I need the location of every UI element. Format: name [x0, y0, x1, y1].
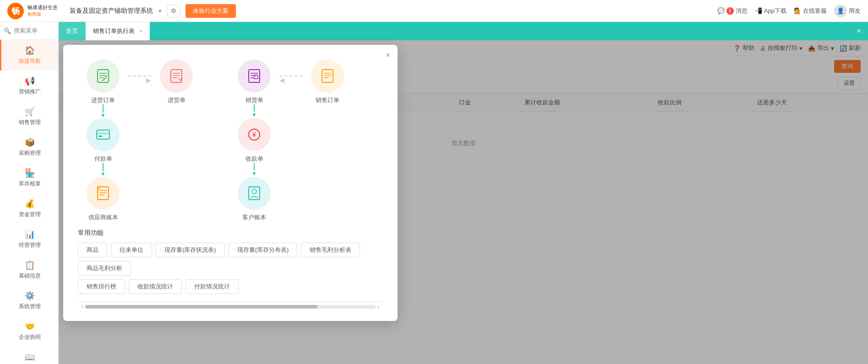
tab-bar: 首页 销售订单执行表 × × — [59, 22, 868, 40]
tab-home[interactable]: 首页 — [59, 22, 86, 40]
receipt-label: 收款单 — [246, 155, 263, 163]
message-button[interactable]: 💬 5 消息 — [717, 7, 748, 15]
sidebar-item-finance[interactable]: 💰 资金管理 — [0, 193, 58, 224]
message-badge: 5 — [726, 7, 734, 15]
operations-label: 经营管理 — [19, 241, 41, 249]
online-service-icon: 💁 — [794, 7, 801, 14]
modal-close-button[interactable]: × — [385, 50, 390, 60]
newbie-icon: 📖 — [25, 352, 35, 362]
message-label: 消息 — [736, 7, 748, 15]
search-icon: 🔍 — [4, 27, 11, 34]
system-name: 装备及固定资产辅助管理系统 — [70, 7, 153, 15]
inventory-icon: 🏪 — [25, 168, 35, 178]
logo-area: 畅 畅康通好生意 标推版 — [7, 3, 66, 19]
supplier-ledger-label: 供应商账本 — [88, 213, 118, 222]
common-btn-receipt-stats[interactable]: 收款情况统计 — [129, 279, 182, 294]
trial-button[interactable]: 体验行业方案 — [186, 4, 236, 18]
top-center: 装备及固定资产辅助管理系统 ▾ ⚙ 体验行业方案 — [66, 4, 717, 18]
common-functions-title: 常用功能 — [78, 229, 383, 237]
sidebar-search[interactable]: 🔍 搜索菜单 — [0, 22, 58, 40]
common-btn-payment-stats[interactable]: 付款情况统计 — [186, 279, 239, 294]
flow-node-sales-bill[interactable]: 销货单 — [229, 60, 279, 104]
flow-node-customer-ledger[interactable]: 客户账本 — [229, 177, 279, 222]
user-button[interactable]: 👤 用友 — [834, 5, 861, 17]
payment-circle — [87, 118, 120, 151]
flow-node-purchase-bill[interactable]: 进货单 — [151, 60, 202, 104]
flow-diagram: 进货订单 ▼ 付款单 — [78, 60, 383, 222]
page-inner: ❓ 帮助 🖨 按模板打印 ▾ 📤 导出 ▾ — [59, 40, 868, 364]
flow-arrow-v3: ▼ — [100, 163, 106, 177]
flow-col-right: 销售订单 — [302, 60, 353, 104]
logo-sub: 标推版 — [27, 11, 58, 17]
user-avatar: 👤 — [834, 5, 847, 17]
flow-arrow-v-customer: ▼ — [251, 163, 257, 177]
logo-icon: 畅 — [7, 3, 24, 19]
top-right-actions: 💬 5 消息 📲 App下载 💁 在线客服 👤 用友 — [717, 5, 861, 17]
customer-ledger-label: 客户账本 — [242, 213, 266, 222]
modal-scroll-area: ‹ › — [78, 301, 383, 312]
flow-node-supplier-ledger[interactable]: 供应商账本 — [78, 177, 128, 222]
sidebar-item-quick-nav[interactable]: 🏠 快捷导航 — [0, 40, 58, 71]
sidebar-item-inventory[interactable]: 🏪 库存核算 — [0, 163, 58, 193]
scroll-track[interactable] — [85, 305, 376, 309]
basic-info-label: 基础信息 — [19, 272, 41, 280]
content-area: 首页 销售订单执行表 × × ❓ 帮助 — [59, 22, 868, 364]
app-download-button[interactable]: 📲 App下载 — [755, 7, 786, 15]
logo-char: 畅 — [11, 5, 20, 16]
flow-h-arrow-top-right: ◀ — [279, 60, 302, 100]
sales-order-circle — [311, 60, 344, 92]
quick-nav-label: 快捷导航 — [19, 57, 41, 65]
tab-bar-close-btn[interactable]: × — [850, 22, 868, 40]
common-btn-stock-status[interactable]: 现存量(库存状况表) — [156, 243, 225, 257]
sidebar-item-operations[interactable]: 📊 经营管理 — [0, 224, 58, 255]
sidebar: 🔍 搜索菜单 🏠 快捷导航 📢 营销推广 🛒 销售管理 📦 采购管理 🏪 — [0, 22, 59, 364]
flow-node-purchase-order[interactable]: 进货订单 — [78, 60, 128, 104]
sidebar-item-purchase[interactable]: 📦 采购管理 — [0, 132, 58, 163]
scroll-left-arrow[interactable]: ‹ — [82, 304, 83, 310]
top-bar: 畅 畅康通好生意 标推版 装备及固定资产辅助管理系统 ▾ ⚙ 体验行业方案 💬 … — [0, 0, 868, 22]
online-service-button[interactable]: 💁 在线客服 — [794, 7, 827, 15]
customer-ledger-circle — [238, 177, 271, 210]
common-btn-product[interactable]: 商品 — [78, 243, 107, 257]
common-btn-contacts[interactable]: 往来单位 — [111, 243, 152, 257]
svg-point-24 — [252, 189, 257, 194]
svg-rect-23 — [249, 187, 260, 200]
svg-rect-6 — [98, 136, 102, 137]
svg-rect-25 — [322, 70, 333, 82]
flow-col-mid-left: 进货单 — [151, 60, 202, 168]
common-btn-sales-ranking[interactable]: 销售排行榜 — [78, 279, 125, 294]
tab-sales-order[interactable]: 销售订单执行表 × — [86, 22, 150, 40]
purchase-order-label: 进货订单 — [91, 96, 115, 104]
message-icon: 💬 — [717, 7, 725, 14]
flow-node-payment[interactable]: 付款单 — [78, 118, 128, 163]
system-dropdown-icon[interactable]: ▾ — [158, 7, 162, 14]
sidebar-item-marketing[interactable]: 📢 营销推广 — [0, 71, 58, 101]
payment-label: 付款单 — [94, 155, 112, 163]
sidebar-item-system[interactable]: ⚙️ 系统管理 — [0, 285, 58, 316]
tab-close-icon[interactable]: × — [139, 28, 142, 34]
settings-button[interactable]: ⚙ — [167, 5, 180, 17]
scroll-right-arrow[interactable]: › — [377, 304, 379, 310]
flow-h-arrow-top-left: ▶ — [128, 60, 151, 100]
common-btn-stock-distribution[interactable]: 现存量(库存分布表) — [229, 243, 298, 257]
supplier-ledger-circle — [87, 177, 120, 210]
tab-home-label: 首页 — [66, 27, 78, 35]
flow-h-arrows-right: ◀ — [279, 60, 302, 100]
flow-node-sales-order[interactable]: 销售订单 — [302, 60, 353, 104]
app-download-label: App下载 — [764, 7, 786, 15]
sidebar-item-newbie[interactable]: 📖 新手引导 — [0, 347, 58, 364]
sidebar-item-enterprise[interactable]: 🤝 企业协同 — [0, 316, 58, 347]
sidebar-item-sales[interactable]: 🛒 销售管理 — [0, 101, 58, 132]
common-btn-sales-analysis[interactable]: 销售毛利分析表 — [301, 243, 360, 257]
sidebar-item-basic-info[interactable]: 📋 基础信息 — [0, 255, 58, 285]
common-buttons-row2: 销售排行榜 收款情况统计 付款情况统计 — [78, 279, 383, 294]
common-btn-product-margin[interactable]: 商品毛利分析 — [78, 261, 131, 276]
flow-node-receipt[interactable]: ¥ 收款单 — [229, 118, 279, 163]
purchase-label: 采购管理 — [19, 149, 41, 157]
flow-arrow-v-sales: ▼ — [251, 104, 257, 118]
purchase-order-circle — [87, 60, 120, 92]
tab-bar-close-icon: × — [857, 27, 861, 35]
flow-arrow-v1: ▼ — [100, 104, 106, 118]
finance-label: 资金管理 — [19, 211, 41, 218]
app-wrapper: 畅 畅康通好生意 标推版 装备及固定资产辅助管理系统 ▾ ⚙ 体验行业方案 💬 … — [0, 0, 868, 364]
